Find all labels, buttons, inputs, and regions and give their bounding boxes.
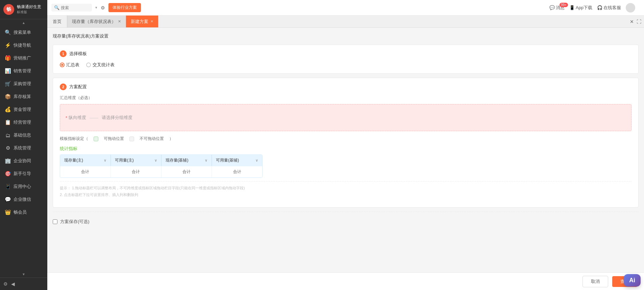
topbar-search-box[interactable]: 🔍 xyxy=(51,4,92,11)
sidebar-label-stock: 库存核算 xyxy=(14,94,31,100)
stats-table-header: 现存量(主) ∨ 可用量(主) ∨ 现存量(基辅) ∨ 可用量(基辅) ∨ xyxy=(60,155,262,166)
headset-icon: 🎧 xyxy=(597,5,602,10)
inventory-tab-label: 现存量（库存状况表） xyxy=(72,19,116,25)
settings-bottom-btn[interactable]: ⚙ xyxy=(3,281,8,287)
sidebar-item-finance[interactable]: 💰 资金管理 xyxy=(0,103,47,116)
stats-col-1-label: 可用量(主) xyxy=(115,158,134,163)
sidebar-item-marketing[interactable]: 🎁 营销推广 xyxy=(0,52,47,65)
inventory-tab-close-icon[interactable]: ✕ xyxy=(118,19,121,24)
company-icon: 🏢 xyxy=(5,158,11,164)
phone-icon: 📱 xyxy=(569,5,575,10)
sidebar-label-system: 系统管理 xyxy=(14,145,31,151)
save-label: 方案保存(可选) xyxy=(60,219,90,225)
sidebar-item-shortcut[interactable]: ⚡ 快捷导航 xyxy=(0,39,47,52)
topbar-search-input[interactable] xyxy=(61,5,88,10)
stats-col-1[interactable]: 可用量(主) ∨ xyxy=(111,155,162,166)
dimension-area[interactable]: * 纵向维度 —— 请选择分组维度 xyxy=(60,104,631,131)
message-icon: 💬 xyxy=(549,5,555,10)
finance-icon: 💰 xyxy=(5,106,11,113)
collapse-btn[interactable]: ◀ xyxy=(11,281,15,287)
sidebar-label-marketing: 营销推广 xyxy=(14,55,31,61)
sidebar-item-member[interactable]: 👑 畅会员 xyxy=(0,206,47,219)
new-scheme-tab-label: 新建方案 xyxy=(131,19,148,25)
online-service-button[interactable]: 🎧 在线客服 xyxy=(597,5,621,11)
tab-new-scheme[interactable]: 新建方案 ✕ xyxy=(126,16,158,27)
stats-col-0[interactable]: 现存量(主) ∨ xyxy=(60,155,111,166)
action-bar: 取消 查询 xyxy=(47,272,644,290)
stats-col-3-label: 可用量(基辅) xyxy=(216,158,239,163)
sidebar-item-basic[interactable]: 🗂 基础信息 xyxy=(0,129,47,142)
save-row: 方案保存(可选) xyxy=(53,216,639,225)
radio-summary[interactable]: 汇总表 xyxy=(60,62,79,68)
sidebar-item-search[interactable]: 🔍 搜索菜单 xyxy=(0,26,47,39)
sidebar-logo: 畅 畅康通好生意 标准版 xyxy=(0,0,47,19)
step1-section: 1 选择模板 汇总表 交叉统计表 xyxy=(53,45,639,74)
dimension-dash: —— xyxy=(90,115,98,120)
user-avatar[interactable] xyxy=(626,3,635,13)
member-icon: 👑 xyxy=(5,209,11,215)
topbar-gear-icon[interactable]: ⚙ xyxy=(101,5,105,10)
stats-cell-0-0: 合计 xyxy=(60,166,111,177)
sidebar-item-company[interactable]: 🏢 企业协同 xyxy=(0,154,47,167)
sidebar-label-newbie: 新手引导 xyxy=(14,171,31,177)
sidebar-item-operations[interactable]: 📋 经营管理 xyxy=(0,116,47,129)
topbar: 🔍 ▾ ⚙ 体验行业方案 💬 消息 99+ 📱 App下载 🎧 在线客服 xyxy=(47,0,644,16)
sidebar-nav: 🔍 搜索菜单 ⚡ 快捷导航 🎁 营销推广 📊 销售管理 🛒 采购管理 📦 库存核… xyxy=(0,26,47,271)
indicator-settings-row: 模板指标设定（ 可拖动位置 不可拖动位置 ） xyxy=(60,136,631,142)
sidebar-item-newbie[interactable]: 🎯 新手引导 xyxy=(0,167,47,180)
stats-col-3-chevron[interactable]: ∨ xyxy=(255,158,258,163)
stock-icon: 📦 xyxy=(5,94,11,100)
sidebar-item-app-center[interactable]: 📱 应用中心 xyxy=(0,180,47,193)
tip-line-1: 2. 点击标题栏下拉可设置排序、插入列和删除列 xyxy=(60,192,631,198)
stats-col-2-chevron[interactable]: ∨ xyxy=(205,158,207,163)
step2-badge: 2 xyxy=(60,83,67,90)
sidebar-item-sales[interactable]: 📊 销售管理 xyxy=(0,65,47,77)
tab-home[interactable]: 首页 xyxy=(47,16,67,27)
stats-col-2[interactable]: 现存量(基辅) ∨ xyxy=(162,155,212,166)
tabbar-expand-button[interactable]: ⛶ xyxy=(637,19,641,24)
radio-cross-label: 交叉统计表 xyxy=(93,62,115,68)
page-content: 现存量(库存状况表)方案设置 1 选择模板 汇总表 交叉统计表 2 xyxy=(47,28,644,272)
topbar-chevron-icon[interactable]: ▾ xyxy=(95,5,97,10)
newbie-icon: 🎯 xyxy=(5,171,11,177)
new-scheme-tab-close-icon[interactable]: ✕ xyxy=(150,19,153,24)
radio-cross-circle xyxy=(86,63,91,67)
stats-col-0-label: 现存量(主) xyxy=(64,158,83,163)
sidebar-item-system[interactable]: ⚙ 系统管理 xyxy=(0,142,47,154)
tabbar-close-button[interactable]: ✕ xyxy=(630,19,634,24)
basic-icon: 🗂 xyxy=(5,132,11,138)
stats-title: 统计指标 xyxy=(60,146,631,152)
shortcut-icon: ⚡ xyxy=(5,42,11,48)
sidebar-scroll-down[interactable]: ▼ xyxy=(0,271,47,277)
tab-inventory[interactable]: 现存量（库存状况表） ✕ xyxy=(67,16,126,27)
indicator-non-draggable-label: 不可拖动位置 xyxy=(140,136,164,142)
sidebar-item-purchase[interactable]: 🛒 采购管理 xyxy=(0,77,47,90)
step1-badge: 1 xyxy=(60,50,67,57)
ai-bubble[interactable]: Ai xyxy=(624,274,641,287)
sidebar-bottom: ⚙ ◀ xyxy=(0,277,47,290)
tips-section: 提示： 1.拖动标题栏可以调整布局，不可跨维度或指标区域拖动栏目字段(只能在同一… xyxy=(60,181,631,202)
messages-button[interactable]: 💬 消息 99+ xyxy=(549,5,565,11)
sidebar-scroll-up[interactable]: ▲ xyxy=(0,19,47,26)
app-download-button[interactable]: 📱 App下载 xyxy=(569,5,592,11)
stats-col-2-label: 现存量(基辅) xyxy=(166,158,189,163)
messages-badge: 99+ xyxy=(560,3,568,7)
stats-col-3[interactable]: 可用量(基辅) ∨ xyxy=(212,155,262,166)
dimension-label-text: 纵向维度 xyxy=(69,115,86,121)
cancel-button[interactable]: 取消 xyxy=(583,276,608,287)
sidebar-item-stock[interactable]: 📦 库存核算 xyxy=(0,90,47,103)
sidebar-label-basic: 基础信息 xyxy=(14,132,31,138)
dimension-required-mark: * xyxy=(66,115,67,120)
indicator-settings-end: ） xyxy=(169,136,173,142)
step2-section: 2 方案配置 汇总维度（必选） * 纵向维度 —— 请选择分组维度 模板指标设定… xyxy=(53,78,639,208)
stats-col-0-chevron[interactable]: ∨ xyxy=(104,158,106,163)
save-checkbox[interactable] xyxy=(53,219,57,224)
industry-solution-button[interactable]: 体验行业方案 xyxy=(108,3,141,12)
radio-cross[interactable]: 交叉统计表 xyxy=(86,62,115,68)
sidebar-item-wechat[interactable]: 💬 企业微信 xyxy=(0,193,47,206)
stats-col-1-chevron[interactable]: ∨ xyxy=(154,158,157,163)
stats-cell-0-3: 合计 xyxy=(212,166,262,177)
sidebar-label-app-center: 应用中心 xyxy=(14,184,31,190)
tip-line-0: 提示： 1.拖动标题栏可以调整布局，不可跨维度或指标区域拖动栏目字段(只能在同一… xyxy=(60,185,631,192)
stats-table-row-0: 合计 合计 合计 合计 xyxy=(60,166,262,177)
